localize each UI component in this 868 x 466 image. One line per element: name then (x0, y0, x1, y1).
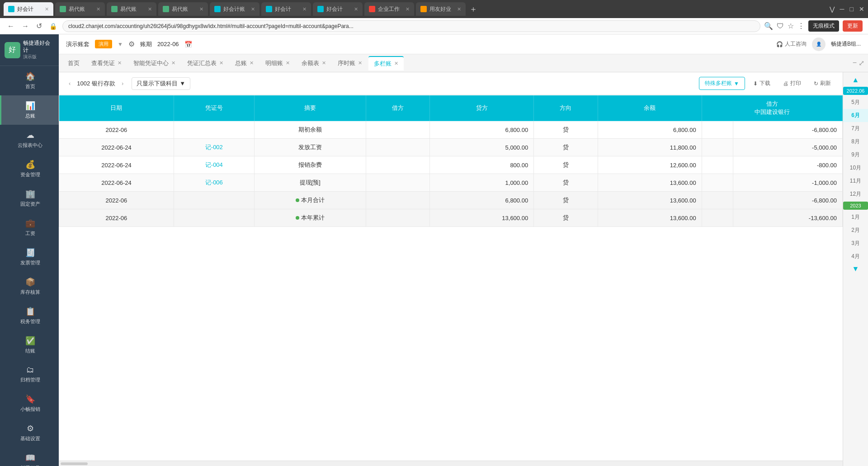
download-button[interactable]: ⬇ 下载 (749, 77, 775, 90)
refresh-button[interactable]: ↺ (34, 20, 44, 32)
calendar-scroll-up[interactable]: ▲ (850, 74, 861, 86)
voucher-link[interactable]: 记-004 (205, 161, 223, 168)
calendar-month-2023-1[interactable]: 1月 (843, 211, 868, 224)
expand-icon[interactable]: ⤢ (859, 59, 864, 67)
collapse-icon[interactable]: − (853, 59, 857, 67)
new-tab-button[interactable]: ＋ (469, 4, 477, 14)
tab-journal-close[interactable]: ✕ (358, 60, 362, 66)
tab-smart-voucher[interactable]: 智能凭证中心 ✕ (128, 56, 181, 71)
tab-home[interactable]: 首页 (62, 56, 85, 71)
account-prev-button[interactable]: ‹ (66, 79, 73, 88)
chevron-down-icon[interactable]: ▼ (118, 41, 123, 47)
update-button[interactable]: 更新 (843, 20, 863, 32)
calendar-month-6[interactable]: 6月 (843, 109, 868, 122)
search-icon[interactable]: 🔍 (764, 22, 773, 30)
browser-menu-icon[interactable]: ⋮ (797, 22, 805, 30)
calendar-month-10[interactable]: 10月 (843, 161, 868, 174)
tab-close-btn[interactable]: ✕ (457, 6, 461, 12)
tab-close-btn[interactable]: ✕ (406, 6, 410, 12)
sidebar-item-salary[interactable]: 💼 工资 (0, 213, 59, 242)
voucher-link[interactable]: 记-006 (205, 179, 223, 186)
tab-general-ledger-close[interactable]: ✕ (250, 60, 254, 66)
calendar-year-2022[interactable]: 2022.06 (843, 87, 868, 95)
tab-voucher-view-close[interactable]: ✕ (118, 60, 122, 66)
calendar-scroll-down[interactable]: ▼ (850, 263, 861, 275)
tab-close-btn[interactable]: ✕ (96, 6, 100, 12)
sidebar-item-invoice[interactable]: 🧾 发票管理 (0, 242, 59, 272)
browser-tab-5[interactable]: 好会计 ✕ (261, 2, 311, 16)
sidebar-item-report[interactable]: ☁ 云报表中心 (0, 125, 59, 154)
sidebar-item-ledger[interactable]: 📊 总账 (0, 95, 59, 125)
tab-close-btn[interactable]: ✕ (251, 6, 255, 12)
browser-tab-8[interactable]: 用友好业 ✕ (416, 2, 466, 16)
tab-voucher-summary-close[interactable]: ✕ (219, 60, 223, 66)
sidebar-item-settings[interactable]: ⚙ 基础设置 (0, 418, 59, 447)
calendar-month-11[interactable]: 11月 (843, 174, 868, 188)
star-icon[interactable]: ☆ (788, 22, 794, 30)
sidebar-item-close[interactable]: ✅ 结账 (0, 330, 59, 360)
sidebar-item-guide[interactable]: 📖 新手引导 (0, 447, 59, 466)
calendar-month-5[interactable]: 5月 (843, 96, 868, 109)
calendar-month-8[interactable]: 8月 (843, 135, 868, 148)
tab-voucher-view[interactable]: 查看凭证 ✕ (86, 56, 127, 71)
calendar-icon[interactable]: 📅 (184, 41, 192, 48)
browser-tab-7[interactable]: 企业工作 ✕ (364, 2, 414, 16)
calendar-month-2023-3[interactable]: 3月 (843, 237, 868, 250)
sidebar-item-archive[interactable]: 🗂 归档管理 (0, 360, 59, 389)
account-settings-icon[interactable]: ⚙ (128, 40, 135, 48)
shield-icon[interactable]: 🛡 (777, 22, 784, 30)
demo-badge[interactable]: 演用 (95, 40, 112, 48)
calendar-month-12[interactable]: 12月 (843, 188, 868, 201)
refresh-button[interactable]: ↻ 刷新 (809, 77, 835, 90)
user-avatar[interactable]: 👤 (812, 38, 826, 51)
tab-multi-column[interactable]: 多栏账 ✕ (368, 56, 404, 71)
calendar-year-2023[interactable]: 2023 (843, 202, 868, 210)
calendar-month-9[interactable]: 9月 (843, 148, 868, 161)
browser-tab-3[interactable]: 易代账 ✕ (158, 2, 208, 16)
tab-close-btn[interactable]: ✕ (302, 6, 307, 12)
tab-close-btn[interactable]: ✕ (45, 6, 49, 12)
tab-multi-column-close[interactable]: ✕ (394, 61, 398, 66)
tab-balance[interactable]: 余额表 ✕ (296, 56, 331, 71)
tab-smart-voucher-close[interactable]: ✕ (171, 60, 175, 66)
print-button[interactable]: 🖨 打印 (778, 77, 806, 90)
account-next-button[interactable]: › (119, 79, 126, 88)
tab-close-btn[interactable]: ✕ (354, 6, 358, 12)
address-input[interactable] (62, 20, 760, 32)
back-button[interactable]: ← (5, 20, 16, 32)
consult-button[interactable]: 🎧 人工咨询 (776, 40, 807, 48)
scrollbar-thumb[interactable] (61, 462, 88, 465)
maximize-icon[interactable]: □ (850, 5, 854, 13)
calendar-month-2023-2[interactable]: 2月 (843, 224, 868, 237)
minimize-icon[interactable]: ─ (840, 5, 844, 13)
tab-journal[interactable]: 序时账 ✕ (332, 56, 368, 71)
browser-tab-6[interactable]: 好会计 ✕ (313, 2, 363, 16)
browser-tab-active[interactable]: 好会计 ✕ (4, 2, 53, 16)
sidebar-item-assets[interactable]: 🏢 固定资产 (0, 184, 59, 213)
calendar-month-2023-4[interactable]: 4月 (843, 250, 868, 263)
tab-detail-ledger[interactable]: 明细账 ✕ (260, 56, 295, 71)
tab-general-ledger[interactable]: 总账 ✕ (230, 56, 259, 71)
horizontal-scrollbar[interactable] (59, 461, 843, 466)
sidebar-item-fund[interactable]: 💰 资金管理 (0, 154, 59, 184)
sidebar-item-tax[interactable]: 📋 税务管理 (0, 301, 59, 330)
browser-tab-1[interactable]: 易代账 ✕ (55, 2, 105, 16)
sidebar-item-expense[interactable]: 🔖 小畅报销 (0, 389, 59, 418)
incognito-button[interactable]: 无痕模式 (808, 20, 839, 32)
tab-list-icon[interactable]: ⋁ (830, 5, 835, 13)
tab-detail-ledger-close[interactable]: ✕ (286, 60, 290, 66)
sidebar-item-inventory[interactable]: 📦 库存核算 (0, 272, 59, 301)
voucher-link[interactable]: 记-002 (205, 144, 223, 151)
tab-voucher-summary[interactable]: 凭证汇总表 ✕ (182, 56, 229, 71)
filter-dropdown[interactable]: 只显示下级科目 ▼ (132, 77, 190, 90)
calendar-month-7[interactable]: 7月 (843, 122, 868, 135)
browser-tab-4[interactable]: 好会计账 ✕ (210, 2, 259, 16)
tab-balance-close[interactable]: ✕ (322, 60, 326, 66)
sidebar-item-home[interactable]: 🏠 首页 (0, 66, 59, 95)
special-multi-column-button[interactable]: 特殊多栏账 ▼ (699, 77, 745, 90)
tab-close-btn[interactable]: ✕ (148, 6, 152, 12)
forward-button[interactable]: → (20, 20, 31, 32)
browser-tab-2[interactable]: 易代账 ✕ (107, 2, 156, 16)
close-icon[interactable]: ✕ (859, 5, 864, 13)
tab-close-btn[interactable]: ✕ (199, 6, 203, 12)
